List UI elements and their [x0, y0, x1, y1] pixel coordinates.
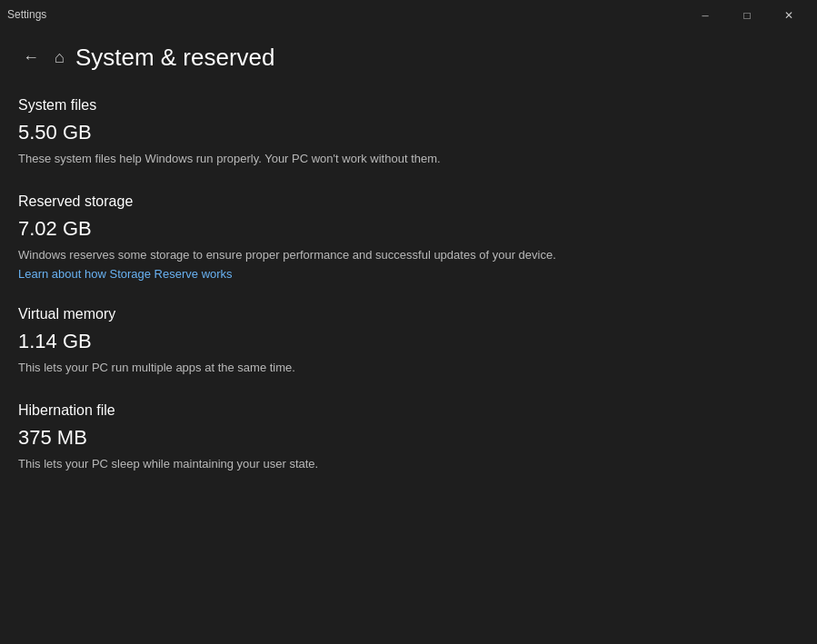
system-files-section: System files 5.50 GB These system files …: [18, 97, 799, 168]
hibernation-file-section: Hibernation file 375 MB This lets your P…: [18, 402, 799, 473]
minimize-button[interactable]: [684, 0, 726, 29]
reserved-storage-title: Reserved storage: [18, 193, 799, 210]
virtual-memory-title: Virtual memory: [18, 306, 799, 322]
title-bar: Settings: [0, 0, 817, 29]
title-bar-title: Settings: [7, 8, 46, 21]
storage-reserve-link[interactable]: Learn about how Storage Reserve works: [18, 267, 233, 281]
back-arrow-icon: [23, 48, 39, 67]
reserved-storage-description: Windows reserves some storage to ensure …: [18, 246, 609, 264]
system-files-title: System files: [18, 97, 799, 114]
hibernation-file-title: Hibernation file: [18, 402, 799, 419]
title-bar-controls: [684, 0, 810, 29]
hibernation-file-description: This lets your PC sleep while maintainin…: [18, 455, 609, 473]
close-icon: [784, 7, 793, 22]
home-icon: [55, 48, 65, 67]
close-button[interactable]: [768, 0, 810, 29]
virtual-memory-description: This lets your PC run multiple apps at t…: [18, 359, 609, 377]
reserved-storage-size: 7.02 GB: [18, 217, 799, 241]
maximize-button[interactable]: [726, 0, 768, 29]
main-content: System & reserved System files 5.50 GB T…: [0, 29, 817, 512]
back-button[interactable]: [18, 45, 44, 71]
virtual-memory-section: Virtual memory 1.14 GB This lets your PC…: [18, 306, 799, 377]
minimize-icon: [702, 7, 708, 22]
system-files-size: 5.50 GB: [18, 121, 799, 144]
maximize-icon: [743, 7, 750, 22]
page-header: System & reserved: [18, 44, 799, 72]
system-files-description: These system files help Windows run prop…: [18, 150, 609, 168]
reserved-storage-section: Reserved storage 7.02 GB Windows reserve…: [18, 193, 799, 282]
title-bar-left: Settings: [7, 8, 46, 21]
hibernation-file-size: 375 MB: [18, 426, 799, 450]
page-title: System & reserved: [75, 44, 275, 72]
virtual-memory-size: 1.14 GB: [18, 330, 799, 353]
